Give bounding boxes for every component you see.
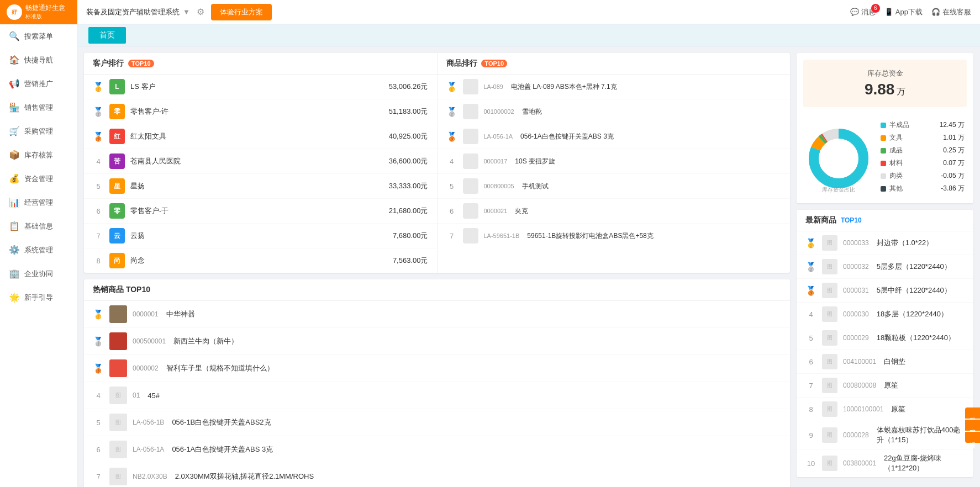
sidebar-item-enterprise[interactable]: 🏢 企业协同: [0, 262, 77, 285]
hot-product-row: 🥉 0000002 智利车子里（规格不知道填什么）: [84, 355, 790, 382]
new-product-row: 9 图 0000028 体蜕嘉枝味苏打饮品400毫升（1*15）: [797, 421, 973, 449]
sidebar-item-guide[interactable]: 🌟 新手引导: [0, 285, 77, 309]
product-rank-row: 🥉 LA-056-1A 056-1A白色按键开关盖ABS 3克: [438, 124, 791, 149]
finance-icon: 💰: [9, 173, 20, 184]
header-right: 💬 消息 6 📱 App下载 🎧 在线客服: [850, 7, 971, 17]
phone-icon: 📱: [884, 8, 893, 16]
main-content: 首页 客户排行 TOP10 🥇 L LS 客户: [77, 24, 980, 487]
settings-icon[interactable]: ⚙: [197, 7, 204, 17]
hot-products-header: 热销商品 TOP10: [84, 279, 790, 301]
search-icon: 🔍: [9, 31, 20, 41]
sidebar-item-quick-nav[interactable]: 🏠 快捷导航: [0, 48, 77, 72]
sidebar-item-finance[interactable]: 💰 资金管理: [0, 167, 77, 190]
sidebar-label-operations: 经营管理: [24, 198, 53, 208]
sidebar-label-finance: 资金管理: [24, 174, 53, 184]
customer-rank-row: 4 苦 苍南县人民医院 36,600.00元: [84, 149, 437, 174]
logo-icon: 好: [7, 4, 22, 20]
logo-subtitle: 标准版: [25, 13, 65, 20]
hot-product-row: 🥈 000500001 新西兰牛肉（新牛）: [84, 328, 790, 355]
customer-ranking-list: 🥇 L LS 客户 53,006.26元 🥈 零 零售客户-许 51,183.0…: [84, 75, 437, 273]
rankings-wrap: 客户排行 TOP10 🥇 L LS 客户 53,006.26元 🥈 零 零售客户…: [84, 53, 790, 273]
sidebar-label-search: 搜索菜单: [24, 31, 53, 41]
sidebar-item-purchase[interactable]: 🛒 采购管理: [0, 119, 77, 143]
hot-products-title: 热销商品 TOP10: [93, 285, 150, 295]
customer-rank-row: 🥉 红 红太阳文具 40,925.00元: [84, 124, 437, 149]
legend-item: 材料 0.07 万: [881, 158, 965, 168]
sidebar-item-sales[interactable]: 🏪 销售管理: [0, 96, 77, 119]
cs-hotline-btn[interactable]: 客服热线: [965, 407, 980, 419]
new-product-row: 🥇 图 0000033 封边带（1.0*22）: [797, 231, 973, 255]
trial-button[interactable]: 体验行业方案: [211, 4, 272, 20]
product-ranking-header: 商品排行 TOP10: [438, 53, 791, 75]
inventory-panel: 库存总资金 9.88 万: [797, 53, 973, 203]
system-name: 装备及固定资产辅助管理系统: [86, 7, 180, 17]
message-icon: 💬: [850, 8, 859, 16]
online-service-action[interactable]: 🎧 在线客服: [931, 7, 971, 17]
new-product-row: 10 图 003800001 22g鱼豆腐-烧烤味（1*12*20）: [797, 449, 973, 477]
hot-product-row: 6 图 LA-056-1A 056-1A白色按键开关盖ABS 3克: [84, 436, 790, 463]
customer-ranking: 客户排行 TOP10 🥇 L LS 客户 53,006.26元 🥈 零 零售客户…: [84, 53, 437, 273]
basic-icon: 📋: [9, 221, 20, 231]
message-action[interactable]: 💬 消息 6: [850, 7, 876, 17]
customer-rank-row: 5 星 星扬 33,333.00元: [84, 174, 437, 199]
hot-product-row: 7 图 NB2.0X30B 2.0X30MM双搓花轴,搓花直径2.1MM/ROH…: [84, 463, 790, 487]
sidebar-item-basic[interactable]: 📋 基础信息: [0, 214, 77, 238]
sidebar-item-inventory[interactable]: 📦 库存核算: [0, 143, 77, 167]
sidebar-label-guide: 新手引导: [24, 293, 53, 303]
logo-title: 畅捷通好生意: [25, 4, 65, 13]
legend-item: 肉类 -0.05 万: [881, 171, 965, 181]
donut-section: 库存资金占比 半成品 12.45 万 文具 1.01 万 成品 0.25 万 材…: [797, 114, 973, 203]
sidebar-item-system[interactable]: ⚙️ 系统管理: [0, 238, 77, 262]
logo-text-block: 畅捷通好生意 标准版: [25, 4, 65, 20]
inventory-unit: 万: [897, 87, 905, 96]
sidebar-label-marketing: 营销推广: [24, 79, 53, 89]
sidebar-item-marketing[interactable]: 📢 营销推广: [0, 72, 77, 96]
customer-rank-row: 7 云 云扬 7,680.00元: [84, 224, 437, 248]
product-rank-row: 6 0000021 夹克: [438, 199, 791, 224]
new-products-header: 最新商品 TOP10: [797, 210, 973, 231]
sidebar-item-search[interactable]: 🔍 搜索菜单: [0, 24, 77, 48]
breadcrumb-home[interactable]: 首页: [88, 27, 126, 44]
new-product-row: 7 图 000800008 原笙: [797, 374, 973, 398]
new-products-list: 🥇 图 0000033 封边带（1.0*22） 🥈 图 0000032 5层多层…: [797, 231, 973, 477]
cs-live-btn[interactable]: 直播: [965, 432, 980, 443]
donut-label: 库存资金占比: [822, 186, 855, 194]
cs-community-btn[interactable]: 服务社区: [965, 420, 980, 431]
donut-chart: 库存资金占比: [805, 125, 872, 192]
dropdown-icon: ▼: [183, 8, 190, 16]
hot-product-row: 🥇 0000001 中华神器: [84, 301, 790, 328]
customer-rank-row: 6 零 零售客户-于 21,680.00元: [84, 199, 437, 224]
breadcrumb: 首页: [77, 24, 980, 46]
top-header: 好 畅捷通好生意 标准版 装备及固定资产辅助管理系统 ▼ ⚙ 体验行业方案 💬 …: [0, 0, 980, 24]
new-product-row: 6 图 004100001 白钢垫: [797, 350, 973, 374]
sidebar: 🔍 搜索菜单 🏠 快捷导航 📢 营销推广 🏪 销售管理 🛒 采购管理 📦 库存核…: [0, 24, 77, 487]
customer-ranking-header: 客户排行 TOP10: [84, 53, 437, 75]
new-products-title: 最新商品 TOP10: [805, 215, 862, 225]
new-product-row: 🥈 图 0000032 5层多层（1220*2440）: [797, 255, 973, 279]
new-product-row: 5 图 0000029 18颗粒板（1220*2440）: [797, 326, 973, 350]
purchase-icon: 🛒: [9, 126, 20, 136]
sidebar-label-basic: 基础信息: [24, 221, 53, 231]
hot-product-row: 5 图 LA-056-1B 056-1B白色按键开关盖ABS2克: [84, 409, 790, 436]
inventory-label: 库存总资金: [812, 68, 958, 78]
product-rank-row: 🥇 LA-089 电池盖 LA-089 ABS本色+黑种 7.1克: [438, 75, 791, 99]
legend-item: 其他 -3.86 万: [881, 184, 965, 193]
sales-icon: 🏪: [9, 102, 20, 113]
main-panels: 客户排行 TOP10 🥇 L LS 客户 53,006.26元 🥈 零 零售客户…: [84, 53, 790, 487]
product-ranking-title: 商品排行 TOP10: [446, 59, 508, 68]
legend-item: 成品 0.25 万: [881, 146, 965, 155]
hot-products-list: 🥇 0000001 中华神器 🥈 000500001 新西兰牛肉（新牛） 🥉 0…: [84, 301, 790, 487]
new-product-row: 🥉 图 0000031 5层中纤（1220*2440）: [797, 279, 973, 303]
product-rank-row: 5 000800005 手机测试: [438, 174, 791, 199]
message-badge: 6: [871, 4, 880, 13]
hot-products-panel: 热销商品 TOP10 🥇 0000001 中华神器 🥈 000500001 新西…: [84, 279, 790, 487]
system-selector[interactable]: 装备及固定资产辅助管理系统 ▼: [86, 7, 190, 17]
sidebar-label-inventory: 库存核算: [24, 150, 53, 160]
legend-item: 半成品 12.45 万: [881, 120, 965, 130]
headset-icon: 🎧: [931, 8, 940, 16]
inventory-total: 库存总资金 9.88 万: [803, 60, 967, 107]
product-ranking-list: 🥇 LA-089 电池盖 LA-089 ABS本色+黑种 7.1克 🥈 0010…: [438, 75, 791, 248]
home-icon: 🏠: [9, 55, 20, 65]
sidebar-item-operations[interactable]: 📊 经营管理: [0, 190, 77, 214]
app-download-action[interactable]: 📱 App下载: [884, 7, 923, 17]
